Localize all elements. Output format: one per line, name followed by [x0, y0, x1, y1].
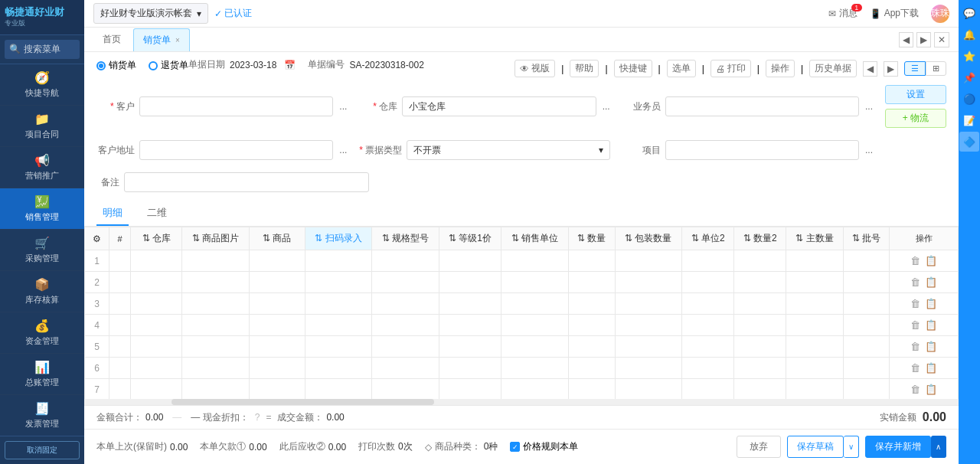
shortcuts-button[interactable]: 快捷键: [614, 60, 652, 77]
table-cell[interactable]: [568, 315, 615, 336]
project-input[interactable]: [665, 140, 859, 160]
table-cell[interactable]: [615, 250, 682, 272]
table-cell[interactable]: [131, 272, 182, 293]
invoice-select[interactable]: 不开票 ▾: [407, 140, 609, 160]
history-button[interactable]: 历史单据: [809, 60, 857, 77]
table-cell[interactable]: [501, 272, 569, 293]
th-qty[interactable]: ⇅ 数量: [568, 227, 615, 250]
table-cell[interactable]: [568, 358, 615, 379]
table-cell[interactable]: [843, 379, 890, 400]
delete-icon[interactable]: 🗑: [910, 255, 920, 266]
table-cell[interactable]: [786, 272, 843, 293]
table-cell[interactable]: [568, 250, 615, 272]
table-cell[interactable]: [372, 336, 439, 358]
copy-icon[interactable]: 📋: [925, 276, 937, 288]
table-cell[interactable]: [109, 293, 131, 315]
table-cell[interactable]: [249, 379, 305, 400]
add-logistics-button[interactable]: + 物流: [885, 109, 946, 128]
sidebar-item-ledger[interactable]: 📊 总账管理: [0, 354, 84, 395]
table-cell[interactable]: [182, 336, 250, 358]
table-cell[interactable]: [109, 336, 131, 358]
preview-button[interactable]: 👁 视版: [514, 60, 555, 77]
tab-home[interactable]: 首页: [93, 28, 130, 51]
table-cell[interactable]: [109, 358, 131, 379]
table-cell[interactable]: [786, 250, 843, 272]
user-menu[interactable]: 珠珠: [931, 5, 949, 23]
table-cell[interactable]: [131, 379, 182, 400]
sidebar-item-quick[interactable]: 🧭 快捷导航: [0, 64, 84, 106]
table-cell[interactable]: [734, 358, 786, 379]
tab-prev-button[interactable]: ◀: [899, 32, 913, 47]
print-button[interactable]: 🖨 打印: [710, 60, 751, 77]
save-new-chevron-button[interactable]: ∧: [931, 436, 946, 458]
table-cell[interactable]: [568, 293, 615, 315]
table-cell[interactable]: [786, 336, 843, 358]
sidebar-item-project[interactable]: 📁 项目合同: [0, 106, 84, 147]
table-cell[interactable]: [568, 272, 615, 293]
horizontal-scrollbar[interactable]: [84, 399, 959, 405]
right-icon-diamond[interactable]: 🔷: [959, 132, 979, 152]
history-prev-button[interactable]: ◀: [863, 61, 877, 77]
table-cell[interactable]: [131, 315, 182, 336]
delete-icon[interactable]: 🗑: [910, 298, 920, 309]
copy-icon[interactable]: 📋: [925, 319, 937, 331]
table-cell[interactable]: [372, 358, 439, 379]
table-cell[interactable]: [305, 336, 372, 358]
th-main-qty[interactable]: ⇅ 主数量: [786, 227, 843, 250]
cancel-fixed-button[interactable]: 取消固定: [5, 441, 80, 459]
select-button[interactable]: 选单: [667, 60, 696, 77]
table-cell[interactable]: [568, 336, 615, 358]
copy-icon[interactable]: 📋: [925, 255, 937, 266]
th-qty2[interactable]: ⇅ 数量2: [734, 227, 786, 250]
sidebar-item-sales[interactable]: 💹 销售管理: [0, 188, 84, 230]
delete-icon[interactable]: 🗑: [910, 319, 920, 331]
table-cell[interactable]: [249, 293, 305, 315]
right-icon-circle[interactable]: 🔵: [959, 89, 979, 109]
table-cell[interactable]: [182, 293, 250, 315]
table-cell[interactable]: [615, 272, 682, 293]
table-cell[interactable]: [372, 315, 439, 336]
table-cell[interactable]: [249, 272, 305, 293]
save-draft-button[interactable]: 保存草稿: [787, 436, 844, 458]
th-pack-qty[interactable]: ⇅ 包装数量: [615, 227, 682, 250]
table-cell[interactable]: [682, 272, 734, 293]
more-button[interactable]: 操作: [766, 60, 795, 77]
table-cell[interactable]: [249, 336, 305, 358]
delete-icon[interactable]: 🗑: [910, 276, 920, 288]
table-cell[interactable]: [734, 315, 786, 336]
salesperson-input[interactable]: [665, 96, 859, 116]
table-cell[interactable]: [615, 379, 682, 400]
save-draft-chevron-button[interactable]: ∨: [844, 436, 859, 458]
table-cell[interactable]: [843, 358, 890, 379]
table-cell[interactable]: [734, 293, 786, 315]
table-cell[interactable]: [439, 358, 501, 379]
right-icon-pin[interactable]: 📌: [959, 67, 979, 87]
company-selector[interactable]: 好业财专业版演示帐套 ▾: [93, 3, 208, 24]
help-icon[interactable]: ?: [255, 412, 260, 423]
delete-icon[interactable]: 🗑: [910, 362, 920, 374]
table-cell[interactable]: [682, 293, 734, 315]
table-cell[interactable]: [682, 358, 734, 379]
table-cell[interactable]: [439, 272, 501, 293]
save-new-button[interactable]: 保存并新增: [865, 436, 931, 458]
table-cell[interactable]: [439, 315, 501, 336]
table-cell[interactable]: [615, 293, 682, 315]
radio-return[interactable]: 退货单: [149, 59, 188, 72]
table-cell[interactable]: [182, 358, 250, 379]
salesperson-dots[interactable]: ...: [865, 101, 873, 112]
table-cell[interactable]: [786, 358, 843, 379]
table-cell[interactable]: [734, 336, 786, 358]
project-dots[interactable]: ...: [865, 145, 873, 155]
abandon-button[interactable]: 放弃: [737, 436, 781, 458]
th-warehouse[interactable]: ⇅ 仓库: [131, 227, 182, 250]
copy-icon[interactable]: 📋: [925, 298, 937, 309]
radio-sales[interactable]: 销货单: [96, 59, 136, 72]
th-settings[interactable]: ⚙: [85, 227, 109, 250]
table-cell[interactable]: [501, 250, 569, 272]
table-cell[interactable]: [568, 379, 615, 400]
right-icon-star[interactable]: ⭐: [959, 46, 979, 66]
table-cell[interactable]: [109, 272, 131, 293]
app-download-action[interactable]: 📱 App下载: [870, 7, 919, 20]
table-cell[interactable]: [682, 250, 734, 272]
sidebar-item-purchase[interactable]: 🛒 采购管理: [0, 230, 84, 271]
